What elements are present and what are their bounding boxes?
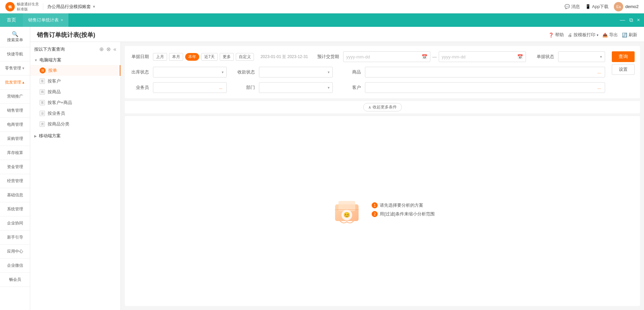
page-actions: ❓ 帮助 🖨 按模板打印 ▾ 📤 导出 🔄 刷新 <box>548 32 637 38</box>
window-close-button[interactable]: × <box>637 17 640 23</box>
window-minimize-button[interactable]: — <box>620 17 625 23</box>
collapse-button[interactable]: ∧ 收起更多条件 <box>363 103 402 111</box>
date-btn-more[interactable]: 更多 <box>220 53 234 61</box>
logo-text: 畅捷通好生意 标准版 <box>17 2 39 11</box>
left-panel: 按以下方案查询 ⊕ ⊗ « ▼ 电脑端方案 按 按单 <box>30 42 121 310</box>
collapse-panel-button[interactable]: « <box>113 46 116 52</box>
stock-select[interactable]: ▾ <box>153 67 227 78</box>
sidebar-item-ecommerce[interactable]: 电商管理 <box>0 118 30 132</box>
add-plan-button[interactable]: ⊕ <box>99 46 104 52</box>
print-template-button[interactable]: 🖨 按模板打印 ▾ <box>568 32 598 38</box>
pay-select[interactable]: ▾ <box>259 67 333 78</box>
tabbar: 首页 销售订单统计表 × — ⧉ × <box>0 13 644 27</box>
sidebar-item-finance[interactable]: 资金管理 <box>0 160 30 174</box>
tree-item-by-goods[interactable]: 商 按商品 <box>30 87 120 97</box>
app-download-button[interactable]: 📱 App下载 <box>585 4 608 10</box>
export-button[interactable]: 📤 导出 <box>602 32 618 38</box>
tree-item-by-goods-category[interactable]: 类 按商品分类 <box>30 119 120 130</box>
customer-select[interactable]: ... <box>365 82 605 93</box>
sales-label: 业务员 <box>130 85 149 91</box>
date-btn-7days[interactable]: 近7天 <box>201 53 218 61</box>
tree-item-by-customer-goods[interactable]: 客 按客户+商品 <box>30 97 120 108</box>
sidebar-item-app-center[interactable]: 应用中心 <box>0 245 30 259</box>
tree-arrow-icon: ▼ <box>34 58 38 62</box>
sidebar-item-enterprise[interactable]: 企业协同 <box>0 216 30 230</box>
by-salesperson-icon: 业 <box>40 111 45 116</box>
tree-item-by-order[interactable]: 按 按单 <box>30 65 120 76</box>
tab-home[interactable]: 首页 <box>0 13 23 27</box>
message-button[interactable]: 💬 消息 <box>565 4 580 10</box>
refresh-button[interactable]: 🔄 刷新 <box>622 32 637 38</box>
topbar-title-arrow[interactable]: ▾ <box>93 4 95 9</box>
date-btn-last-month[interactable]: 上月 <box>153 53 167 61</box>
main-layout: 🔍 搜索菜单 快捷导航 零售管理 ▼ 批发管理 ▲ 营销推广 销售管理 电商管理 <box>0 27 644 310</box>
filter-row-1: 单据日期 上月 本月 本年 近7天 更多 自定义 2023-01-01 至 20… <box>130 51 605 62</box>
sidebar-item-member[interactable]: 畅会员 <box>0 273 30 287</box>
window-maximize-button[interactable]: ⧉ <box>629 17 633 23</box>
date-button-group: 上月 本月 本年 近7天 更多 自定义 <box>153 53 254 61</box>
customer-more-button[interactable]: ... <box>596 85 602 90</box>
tab-sales-order-stats[interactable]: 销售订单统计表 × <box>23 13 68 27</box>
predict-date-picker: yyyy-mm-dd 📅 — yyyy-mm-dd 📅 <box>343 51 526 62</box>
goods-select[interactable]: ... <box>365 67 605 78</box>
date-btn-custom[interactable]: 自定义 <box>236 53 254 61</box>
query-button[interactable]: 查询 <box>612 51 635 62</box>
sidebar-item-sales[interactable]: 销售管理 <box>0 104 30 118</box>
help-button[interactable]: ❓ 帮助 <box>548 32 564 38</box>
main-content: 销售订单统计表(按单) ❓ 帮助 🖨 按模板打印 ▾ 📤 导出 🔄 刷新 <box>30 27 644 310</box>
predict-date-from-placeholder: yyyy-mm-dd <box>346 54 370 59</box>
sidebar-item-basic-info[interactable]: 基础信息 <box>0 188 30 202</box>
tab-close-icon[interactable]: × <box>61 18 63 22</box>
by-customer-goods-icon: 客 <box>40 100 45 105</box>
date-btn-this-month[interactable]: 本月 <box>169 53 183 61</box>
tree-item-by-salesperson[interactable]: 业 按业务员 <box>30 108 120 119</box>
collapse-bar: ∧ 收起更多条件 <box>125 101 640 113</box>
sidebar-item-retail[interactable]: 零售管理 ▼ <box>0 61 30 75</box>
dept-arrow-icon: ▾ <box>328 86 330 90</box>
sidebar-item-system[interactable]: 系统管理 <box>0 202 30 216</box>
sales-more-button[interactable]: ... <box>218 85 224 90</box>
goods-more-button[interactable]: ... <box>596 70 602 74</box>
filter-fields: 单据日期 上月 本月 本年 近7天 更多 自定义 2023-01-01 至 20… <box>130 51 605 93</box>
tree-group-desktop-header[interactable]: ▼ 电脑端方案 <box>30 55 120 65</box>
tree-group-desktop-label: 电脑端方案 <box>40 57 61 63</box>
settings-plan-button[interactable]: ⊗ <box>106 46 111 52</box>
tree-group-mobile-header[interactable]: ▶ 移动端方案 <box>30 131 120 141</box>
user-menu[interactable]: Ea demo2 <box>614 2 639 11</box>
tree-group-desktop: ▼ 电脑端方案 按 按单 客 按客户 <box>30 55 120 130</box>
tree-mobile-arrow-icon: ▶ <box>34 134 37 138</box>
sidebar-item-operation[interactable]: 经营管理 <box>0 174 30 188</box>
sidebar-item-search[interactable]: 🔍 搜索菜单 <box>0 27 30 47</box>
date-separator: — <box>432 54 437 59</box>
collapse-icon: ∧ <box>368 105 371 110</box>
sidebar-item-quick-nav[interactable]: 快捷导航 <box>0 47 30 61</box>
calendar-to-icon: 📅 <box>517 54 523 59</box>
sidebar-item-wechat[interactable]: 企业微信 <box>0 259 30 273</box>
wholesale-arrow-icon: ▲ <box>22 81 25 84</box>
sidebar-item-wholesale[interactable]: 批发管理 ▲ <box>0 75 30 90</box>
status-label: 单据状态 <box>535 54 554 60</box>
tree-item-by-customer[interactable]: 客 按客户 <box>30 76 120 87</box>
dept-select[interactable]: ▾ <box>259 82 333 93</box>
predict-date-to[interactable]: yyyy-mm-dd 📅 <box>439 51 526 62</box>
status-select[interactable]: ▾ <box>558 51 605 62</box>
message-icon: 💬 <box>565 4 570 9</box>
sidebar-item-purchase[interactable]: 采购管理 <box>0 132 30 146</box>
sidebar: 🔍 搜索菜单 快捷导航 零售管理 ▼ 批发管理 ▲ 营销推广 销售管理 电商管理 <box>0 27 30 310</box>
empty-state: 😊 1 请先选择要分析的方案 2 <box>125 116 640 306</box>
tree-group-mobile-label: 移动端方案 <box>39 133 61 139</box>
goods-label: 商品 <box>342 69 361 75</box>
sidebar-item-newbie[interactable]: 新手引导 <box>0 230 30 245</box>
filter-area: 单据日期 上月 本月 本年 近7天 更多 自定义 2023-01-01 至 20… <box>125 46 640 98</box>
predict-date-from[interactable]: yyyy-mm-dd 📅 <box>343 51 430 62</box>
sales-select[interactable]: ... <box>153 82 227 93</box>
username: demo2 <box>625 4 639 9</box>
date-btn-this-year[interactable]: 本年 <box>185 53 199 61</box>
settings-button[interactable]: 设置 <box>612 64 635 75</box>
topbar: 畅 畅捷通好生意 标准版 办公用品行业模拟账套 ▾ 💬 消息 📱 App下载 E… <box>0 0 644 13</box>
left-panel-icons: ⊕ ⊗ « <box>99 46 116 52</box>
left-panel-header: 按以下方案查询 ⊕ ⊗ « <box>30 46 120 55</box>
sidebar-item-marketing[interactable]: 营销推广 <box>0 90 30 104</box>
sidebar-item-inventory[interactable]: 库存核算 <box>0 146 30 160</box>
filter-row-2: 出库状态 ▾ 收款状态 ▾ 商品 <box>130 67 605 78</box>
